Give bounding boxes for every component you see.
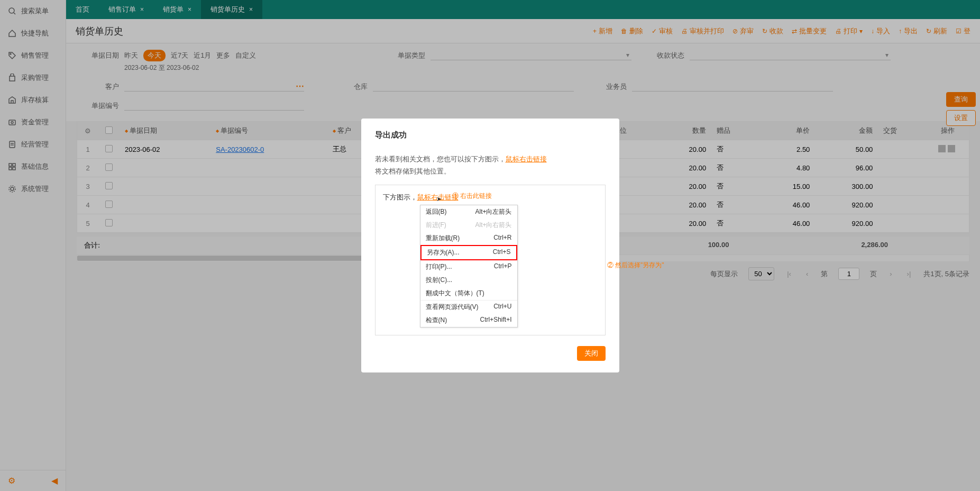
context-menu-item: 返回(B)Alt+向左箭头	[420, 205, 517, 219]
context-menu-item: 重新加载(R)Ctrl+R	[420, 232, 517, 245]
context-menu-item: 另存为(A)...Ctrl+S	[420, 245, 517, 260]
annotation-2: ② 然后选择"另存为"	[607, 261, 664, 270]
modal-text: 若未看到相关文档，您也可以按下方图示，鼠标右击链接 将文档存储到其他位置。	[375, 153, 606, 178]
context-menu-item: 打印(P)...Ctrl+P	[420, 260, 517, 274]
context-menu-item: 查看网页源代码(V)Ctrl+U	[420, 301, 517, 314]
context-menu-illustration: 返回(B)Alt+向左箭头前进(F)Alt+向右箭头重新加载(R)Ctrl+R另…	[420, 205, 518, 328]
modal-title: 导出成功	[375, 130, 606, 140]
cursor-icon: ➤	[436, 195, 442, 203]
annotation-1: ① 右击此链接	[452, 192, 492, 201]
context-menu-item: 检查(N)Ctrl+Shift+I	[420, 314, 517, 327]
modal-illustration: 下方图示，鼠标右击链接➤ ① 右击此链接 返回(B)Alt+向左箭头前进(F)A…	[375, 185, 606, 335]
rightclick-link[interactable]: 鼠标右击链接	[506, 155, 547, 163]
close-button[interactable]: 关闭	[577, 346, 606, 361]
export-success-modal: 导出成功 若未看到相关文档，您也可以按下方图示，鼠标右击链接 将文档存储到其他位…	[361, 119, 619, 373]
modal-overlay: 导出成功 若未看到相关文档，您也可以按下方图示，鼠标右击链接 将文档存储到其他位…	[0, 0, 980, 491]
context-menu-item: 翻成中文（简体）(T)	[420, 287, 517, 300]
context-menu-item: 投射(C)...	[420, 274, 517, 287]
context-menu-item: 前进(F)Alt+向右箭头	[420, 219, 517, 232]
